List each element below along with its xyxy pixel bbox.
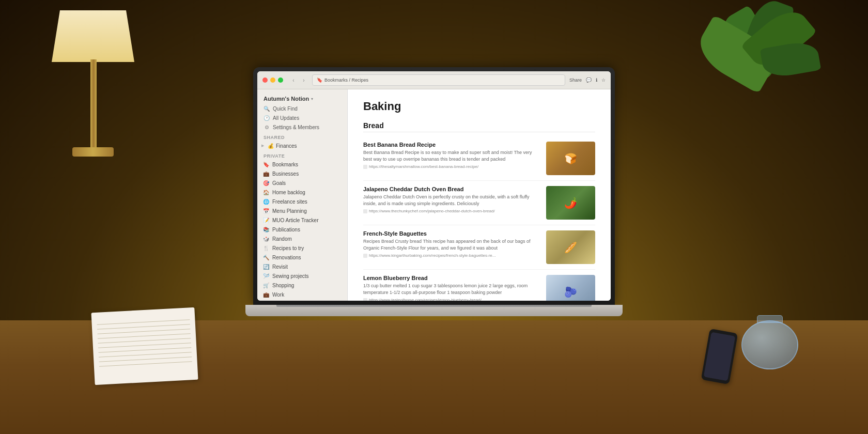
notebook-line xyxy=(99,357,192,362)
sidebar-item-home-backlog[interactable]: 🏠 Home backlog xyxy=(257,188,347,197)
recipe-description: Best Banana Bread Recipe is so easy to m… xyxy=(363,149,540,162)
item-label: Renovations xyxy=(272,255,301,260)
sidebar-item-work[interactable]: 💼 Work xyxy=(257,290,347,299)
item-icon: 🪡 xyxy=(262,272,270,280)
minimize-button[interactable] xyxy=(270,78,275,83)
private-section-label: PRIVATE xyxy=(257,150,347,160)
recipe-url: https://www.tasteofhome.com/recipes/lemo… xyxy=(363,298,540,301)
item-label: Bookmarks xyxy=(272,162,298,167)
recipe-card[interactable]: Best Banana Bread Recipe Best Banana Bre… xyxy=(363,136,595,181)
item-icon: 💼 xyxy=(262,291,270,298)
forward-button[interactable]: › xyxy=(300,76,308,84)
recipe-url: https://www.thechunkychef.com/jalapeno-c… xyxy=(363,209,540,213)
item-label: Menu Planning xyxy=(272,208,307,214)
item-label: Home backlog xyxy=(272,190,305,195)
sidebar-item-shopping[interactable]: 🛒 Shopping xyxy=(257,281,347,290)
item-icon: 📚 xyxy=(262,226,270,233)
recipe-image-placeholder: 🥖 xyxy=(546,230,595,264)
item-label: Work xyxy=(272,292,284,298)
workspace-chevron-icon: ▾ xyxy=(311,97,313,101)
sidebar-item-finances[interactable]: ▶ 💰 Finances xyxy=(257,141,347,150)
laptop-hinge xyxy=(276,305,592,307)
recipe-image: 🍞 xyxy=(546,142,595,175)
sidebar-item-freelance-sites[interactable]: 🌐 Freelance sites xyxy=(257,197,347,206)
url-text: https://thesaltymarshmallow.com/best-ban… xyxy=(369,164,478,169)
share-button[interactable]: Share xyxy=(569,78,582,83)
app-content: Autumn's Notion ▾ 🔍 Quick Find 🕐 All Upd… xyxy=(257,89,611,301)
close-button[interactable] xyxy=(262,78,268,83)
sidebar-item-goals[interactable]: 🎯 Goals xyxy=(257,178,347,188)
recipe-url: https://www.kingarthurbaking.com/recipes… xyxy=(363,253,540,258)
toggle-icon: ▶ xyxy=(261,144,266,148)
traffic-lights xyxy=(262,78,283,83)
recipe-title: Jalapeno Cheddar Dutch Oven Bread xyxy=(363,186,540,192)
maximize-button[interactable] xyxy=(278,78,283,83)
item-label: Freelance sites xyxy=(272,199,307,205)
sidebar-item-menu-planning[interactable]: 📅 Menu Planning xyxy=(257,206,347,215)
laptop-screen-frame: ‹ › 🔖 Bookmarks / Recipes Share 💬 ℹ ☆ xyxy=(253,67,615,305)
recipe-card[interactable]: Jalapeno Cheddar Dutch Oven Bread Jalape… xyxy=(363,181,595,225)
sidebar-item-recipes-to-try[interactable]: 🍴 Recipes to try xyxy=(257,243,347,253)
item-icon: 🔄 xyxy=(262,263,270,270)
item-label: Sewing projects xyxy=(272,273,309,279)
sidebar-item-renovations[interactable]: 🔨 Renovations xyxy=(257,253,347,262)
laptop-base xyxy=(245,305,623,316)
sidebar-all-updates[interactable]: 🕐 All Updates xyxy=(257,113,347,122)
notebook-lines xyxy=(91,307,197,379)
workspace-name: Autumn's Notion xyxy=(264,96,309,102)
url-icon xyxy=(363,209,367,213)
recipe-description: 1/3 cup butter melted 1 cup sugar 3 tabl… xyxy=(363,283,540,296)
sidebar-item-businesses[interactable]: 💼 Businesses xyxy=(257,169,347,178)
page-title: Baking xyxy=(363,100,595,113)
workspace-header[interactable]: Autumn's Notion ▾ xyxy=(257,94,347,104)
sidebar-item-random[interactable]: 🎲 Random xyxy=(257,234,347,243)
item-icon: 📋 xyxy=(262,300,270,301)
recipe-info: Jalapeno Cheddar Dutch Oven Bread Jalape… xyxy=(363,186,540,213)
shared-section-label: SHARED xyxy=(257,132,347,141)
recipe-url: https://thesaltymarshmallow.com/best-ban… xyxy=(363,164,540,169)
lamp xyxy=(41,0,145,155)
recipe-image: 🌶️ xyxy=(546,186,595,220)
recipe-description: Recipes Bread Crusty bread This recipe h… xyxy=(363,238,540,251)
url-icon xyxy=(363,254,367,258)
recipe-card[interactable]: French-Style Baguettes Recipes Bread Cru… xyxy=(363,225,595,270)
item-icon: 📝 xyxy=(262,216,270,224)
comment-icon[interactable]: 💬 xyxy=(586,78,592,83)
lamp-pole xyxy=(90,59,97,152)
back-button[interactable]: ‹ xyxy=(289,76,298,84)
sidebar-item-sewing-projects[interactable]: 🪡 Sewing projects xyxy=(257,271,347,281)
item-icon: 🎯 xyxy=(262,179,270,187)
sidebar-item-revisit[interactable]: 🔄 Revisit xyxy=(257,262,347,271)
recipe-image-placeholder: 🌶️ xyxy=(546,186,595,220)
item-icon: 💼 xyxy=(262,170,270,177)
finances-label: Finances xyxy=(276,143,297,149)
plant-leaves xyxy=(698,0,811,155)
info-icon[interactable]: ℹ xyxy=(596,78,597,83)
star-icon[interactable]: ☆ xyxy=(601,78,606,83)
recipe-image: 🫐 xyxy=(546,275,595,301)
sidebar-item-publications[interactable]: 📚 Publications xyxy=(257,225,347,234)
item-label: Recipes to try xyxy=(272,245,304,251)
fishbowl xyxy=(739,315,801,372)
quick-find-label: Quick Find xyxy=(273,106,298,112)
sidebar-settings[interactable]: ⚙ Settings & Members xyxy=(257,122,347,132)
browser-chrome: ‹ › 🔖 Bookmarks / Recipes Share 💬 ℹ ☆ xyxy=(257,71,611,89)
recipe-info: French-Style Baguettes Recipes Bread Cru… xyxy=(363,230,540,258)
notebook-line xyxy=(98,329,191,334)
sidebar-item-muo-article-tracker[interactable]: 📝 MUO Article Tracker xyxy=(257,215,347,225)
address-bar[interactable]: 🔖 Bookmarks / Recipes xyxy=(312,74,565,86)
lamp-base xyxy=(72,147,114,157)
sidebar-item-bookmarks[interactable]: 🔖 Bookmarks xyxy=(257,160,347,169)
laptop: ‹ › 🔖 Bookmarks / Recipes Share 💬 ℹ ☆ xyxy=(253,67,615,316)
main-content: Baking Bread Best Banana Bread Recipe Be… xyxy=(348,89,611,301)
item-label: Revisit xyxy=(272,264,288,270)
item-icon: 🏠 xyxy=(262,189,270,196)
settings-label: Settings & Members xyxy=(273,125,319,130)
recipe-card[interactable]: Lemon Blueberry Bread 1/3 cup butter mel… xyxy=(363,270,595,301)
sidebar-item-work-backlog[interactable]: 📋 Work Backlog xyxy=(257,299,347,301)
item-label: Goals xyxy=(272,180,286,186)
nav-buttons: ‹ › xyxy=(289,76,308,84)
sidebar-quick-find[interactable]: 🔍 Quick Find xyxy=(257,104,347,113)
recipe-image-placeholder: 🫐 xyxy=(546,275,595,301)
item-icon: 🌐 xyxy=(262,198,270,205)
